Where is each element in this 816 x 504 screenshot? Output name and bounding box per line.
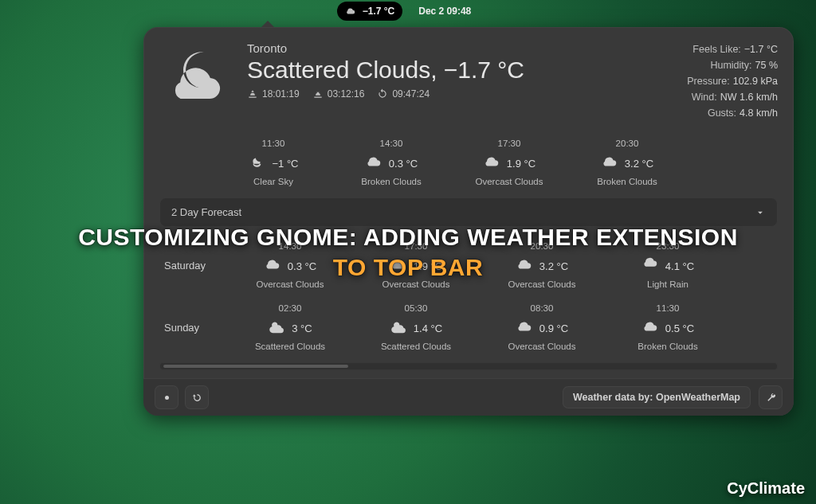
data-credit[interactable]: Weather data by: OpenWeatherMap (563, 386, 751, 408)
sunset-icon (312, 88, 324, 100)
panel-footer: Weather data by: OpenWeatherMap (143, 378, 794, 416)
wind-value: NW 1.6 km/h (720, 92, 778, 103)
feels-like-label: Feels Like: (692, 44, 740, 55)
partly-icon (268, 318, 285, 338)
credit-prefix: Weather data by: (573, 392, 653, 403)
forecast-cell: 11:300.5 °CBroken Clouds (612, 303, 724, 351)
cell-time: 14:30 (234, 241, 346, 251)
forecast-cell: 08:300.9 °COvercast Clouds (486, 303, 598, 351)
cell-temp: 1.9 °C (414, 260, 442, 272)
gusts-value: 4.8 km/h (740, 107, 778, 119)
cloud-night-icon (345, 6, 356, 17)
cell-temp: 0.5 °C (665, 322, 694, 334)
sun-times: 18:01:19 03:12:16 09:47:24 (247, 88, 620, 100)
gusts-label: Gusts: (708, 107, 736, 119)
city-name: Toronto (247, 41, 620, 55)
topbar-temp: −1.7 °C (363, 6, 395, 17)
forecast-cell: 20:303.2 °CBroken Clouds (575, 139, 679, 186)
saturday-cells: 14:300.3 °COvercast Clouds17:301.9 °COve… (234, 241, 778, 289)
forecast-cell: 23:304.1 °CLight Rain (612, 241, 724, 289)
cell-temp: 1.9 °C (507, 158, 536, 170)
weather-indicator[interactable]: −1.7 °C (337, 2, 403, 21)
cell-temp: 3.2 °C (625, 158, 653, 170)
cell-condition: Overcast Clouds (486, 279, 598, 289)
scrollbar-thumb[interactable] (163, 365, 348, 368)
forecast-cell: 17:301.9 °COvercast Clouds (360, 241, 472, 289)
refresh-button[interactable] (185, 385, 209, 409)
sunrise-time: 18:01:19 (262, 88, 300, 100)
forecast-row-sunday: Sunday 02:303 °CScattered Clouds05:301.4… (159, 303, 778, 351)
condition-headline: Scattered Clouds, −1.7 °C (247, 57, 620, 84)
humidity-label: Humidity: (710, 60, 751, 71)
forecast-scrollbar[interactable] (159, 362, 778, 370)
settings-button[interactable] (759, 385, 783, 409)
clock-indicator[interactable]: Dec 2 09:48 (410, 2, 479, 21)
cell-time: 14:30 (339, 139, 443, 148)
cloud-icon (516, 256, 533, 276)
forecast-expander[interactable]: 2 Day Forecast (159, 197, 778, 227)
forecast-header-label: 2 Day Forecast (171, 206, 241, 218)
cell-condition: Scattered Clouds (234, 342, 346, 351)
crosshair-icon (161, 392, 173, 404)
weather-popup: Toronto Scattered Clouds, −1.7 °C 18:01:… (143, 27, 794, 416)
day-label: Sunday (159, 322, 226, 334)
cell-time: 23:30 (612, 241, 724, 251)
current-conditions: Toronto Scattered Clouds, −1.7 °C 18:01:… (159, 41, 778, 121)
sunday-cells: 02:303 °CScattered Clouds05:301.4 °CScat… (234, 303, 778, 351)
cloud-icon (483, 153, 500, 174)
cell-time: 17:30 (457, 139, 561, 148)
cell-time: 20:30 (575, 139, 679, 148)
wind-label: Wind: (692, 92, 717, 103)
cell-temp: 4.1 °C (665, 260, 694, 272)
cell-condition: Clear Sky (222, 177, 325, 186)
forecast-cell: 11:30−1 °CClear Sky (222, 139, 325, 186)
wrench-icon (765, 392, 777, 404)
locate-button[interactable] (155, 385, 178, 409)
partly-icon (390, 318, 407, 338)
forecast-row-saturday: Saturday 14:300.3 °COvercast Clouds17:30… (159, 241, 778, 289)
cell-condition: Broken Clouds (612, 342, 724, 351)
forecast-cell: 02:303 °CScattered Clouds (234, 303, 346, 351)
cell-temp: 3.2 °C (539, 260, 568, 272)
cell-temp: −1 °C (272, 158, 298, 170)
cell-temp: 0.9 °C (539, 322, 568, 334)
cell-time: 02:30 (234, 303, 346, 313)
cloud-icon (641, 318, 659, 338)
cell-condition: Overcast Clouds (457, 177, 561, 186)
cell-time: 17:30 (360, 241, 472, 251)
forecast-cell: 14:300.3 °COvercast Clouds (234, 241, 346, 289)
current-weather-icon (159, 41, 233, 115)
chevron-down-icon (755, 207, 766, 218)
forecast-cell: 14:300.3 °CBroken Clouds (339, 139, 443, 186)
day-label: Saturday (159, 260, 226, 272)
cell-time: 05:30 (360, 303, 472, 313)
credit-name: OpenWeatherMap (656, 392, 740, 403)
cell-condition: Overcast Clouds (234, 279, 346, 289)
pressure-value: 102.9 kPa (733, 76, 778, 87)
cell-time: 20:30 (486, 241, 598, 251)
sunrise-icon (247, 88, 258, 100)
forecast-cell: 20:303.2 °COvercast Clouds (486, 241, 598, 289)
current-details: Feels Like:−1.7 °C Humidity:75 % Pressur… (634, 41, 778, 121)
cell-time: 08:30 (486, 303, 598, 313)
humidity-value: 75 % (755, 60, 779, 71)
cloud-icon (516, 318, 533, 338)
cell-condition: Overcast Clouds (486, 342, 598, 351)
cell-temp: 3 °C (292, 322, 312, 334)
cell-temp: 0.3 °C (389, 158, 418, 170)
cell-time: 11:30 (612, 303, 724, 313)
cell-condition: Broken Clouds (575, 177, 679, 186)
updated-time: 09:47:24 (392, 88, 430, 100)
rain-icon (641, 256, 659, 276)
cell-time: 11:30 (222, 139, 325, 148)
cell-condition: Broken Clouds (339, 177, 443, 186)
refresh-icon (191, 392, 203, 404)
sunset-time: 03:12:16 (328, 88, 365, 100)
topbar-datetime: Dec 2 09:48 (418, 6, 471, 17)
hourly-forecast: 11:30−1 °CClear Sky14:300.3 °CBroken Clo… (222, 139, 778, 186)
cell-condition: Overcast Clouds (360, 279, 472, 289)
cloud-icon (601, 153, 618, 174)
cloud-icon (264, 256, 281, 276)
forecast-cell: 17:301.9 °COvercast Clouds (457, 139, 561, 186)
forecast-cell: 05:301.4 °CScattered Clouds (360, 303, 472, 351)
